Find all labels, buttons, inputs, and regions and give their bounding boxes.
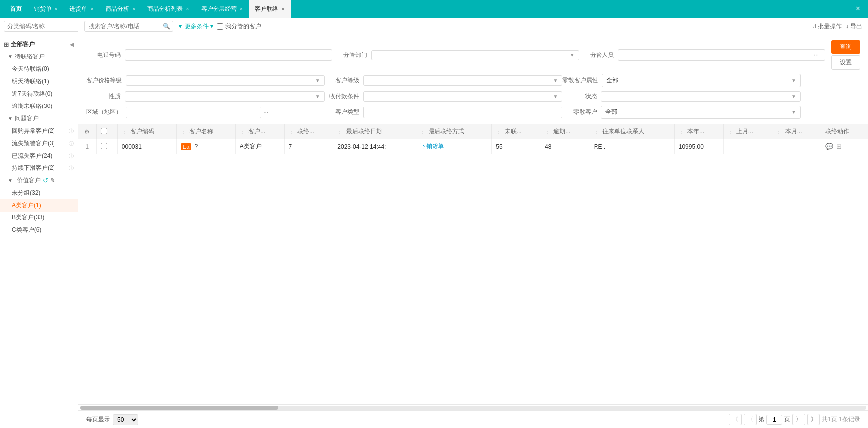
- arrow-icon-2: ▼: [8, 116, 13, 121]
- nav-goods-list-close[interactable]: ×: [186, 6, 189, 12]
- sidebar-item-tomorrow[interactable]: 明天待联络(1): [0, 75, 78, 88]
- sidebar-item-a-class[interactable]: A类客户(1): [0, 199, 78, 212]
- info-icon-2: ⓘ: [69, 140, 74, 147]
- dept-select[interactable]: ▼: [371, 50, 579, 60]
- sidebar-item-churned[interactable]: 已流失客户(24) ⓘ: [0, 150, 78, 162]
- query-button[interactable]: 查询: [831, 40, 860, 54]
- refresh-icon[interactable]: ↺: [43, 177, 48, 184]
- nav-customer-contact-close[interactable]: ×: [281, 6, 284, 12]
- row-checkbox[interactable]: [101, 143, 107, 149]
- collapse-icon[interactable]: ◀: [70, 42, 74, 47]
- nav-sales-close[interactable]: ×: [54, 6, 57, 12]
- customer-type-input[interactable]: [363, 107, 563, 118]
- scroll-thumb[interactable]: [80, 406, 278, 410]
- group-pending-contact[interactable]: ▼ 待联络客户: [0, 51, 78, 63]
- group-value-customers[interactable]: ▼ 价值客户 ↺ ✎: [0, 174, 78, 187]
- search-input[interactable]: [89, 23, 163, 30]
- last-page-button[interactable]: 》: [807, 414, 820, 425]
- cell-name: Ea ？: [176, 139, 235, 154]
- retail-prop-select[interactable]: 全部 ▼: [602, 74, 801, 87]
- sidebar-item-b-class[interactable]: B类客户(33): [0, 212, 78, 224]
- page-label: 第: [759, 415, 764, 424]
- sidebar-item-today[interactable]: 今天待联络(0): [0, 63, 78, 75]
- status-label: 状态: [562, 92, 597, 101]
- nav-purchase[interactable]: 进货单 ×: [63, 0, 99, 18]
- customer-grade-select[interactable]: ▼: [363, 75, 563, 86]
- nature-select[interactable]: ▼: [125, 91, 325, 102]
- my-customers-checkbox-label[interactable]: 我分管的客户: [217, 22, 261, 31]
- batch-op-button[interactable]: ☑ 批量操作: [811, 22, 842, 31]
- nav-goods-list[interactable]: 商品分析列表 ×: [141, 0, 195, 18]
- info-icon-3: ⓘ: [69, 153, 74, 160]
- cell-checkbox[interactable]: [96, 139, 117, 154]
- export-button[interactable]: ↓ 导出: [846, 22, 862, 31]
- nav-sales[interactable]: 销货单 ×: [28, 0, 63, 18]
- col-checkbox[interactable]: [96, 124, 117, 139]
- nature-label: 性质: [86, 92, 121, 101]
- horizontal-scrollbar[interactable]: [78, 404, 868, 410]
- drag-handle-9: ⋮: [594, 129, 599, 134]
- filter-cell-retail-customer: 零散客户 全部 ▼: [562, 106, 801, 119]
- retail-customer-select[interactable]: 全部 ▼: [601, 106, 801, 119]
- cell-action: 💬 ⊞: [821, 139, 868, 154]
- nav-goods-analysis-close[interactable]: ×: [132, 6, 135, 12]
- more-filters-button[interactable]: ▼ 更多条件 ▾: [177, 22, 213, 31]
- nav-goods-analysis[interactable]: 商品分析 ×: [100, 0, 141, 18]
- phone-input[interactable]: [125, 49, 332, 61]
- close-window-button[interactable]: ×: [852, 4, 864, 13]
- nav-home[interactable]: 首页: [4, 0, 28, 18]
- nav-purchase-close[interactable]: ×: [90, 6, 93, 12]
- status-select[interactable]: ▼: [601, 91, 801, 102]
- edit-icon[interactable]: ✎: [50, 177, 55, 184]
- filter-cell-payment: 收付款条件 ▼: [325, 91, 563, 102]
- cell-this-month: [772, 139, 821, 154]
- staff-dots[interactable]: ···: [812, 52, 821, 58]
- nav-customer-tier-close[interactable]: ×: [240, 6, 243, 12]
- nav-customer-contact[interactable]: 客户联络 ×: [249, 0, 290, 18]
- my-customers-checkbox[interactable]: [217, 23, 223, 30]
- sidebar-item-overdue[interactable]: 逾期未联络(30): [0, 100, 78, 112]
- gear-icon[interactable]: ⚙: [84, 128, 90, 135]
- prev-page-button[interactable]: 〈: [744, 414, 757, 425]
- name-cell-content: Ea ？: [181, 142, 231, 151]
- nav-customer-tier[interactable]: 客户分层经营 ×: [195, 0, 249, 18]
- sidebar-search-input[interactable]: [4, 21, 85, 32]
- sidebar-all-customers[interactable]: ⊞ 全部客户 ◀: [0, 38, 78, 51]
- nature-arrow: ▼: [315, 94, 320, 99]
- col-uncontact: ⋮ 未联...: [492, 124, 541, 139]
- sidebar-item-7days[interactable]: 近7天待联络(0): [0, 88, 78, 100]
- cell-last-date: 2023-04-12 14:44:: [333, 139, 416, 154]
- search-icon[interactable]: 🔍: [163, 23, 170, 30]
- price-grade-select[interactable]: ▼: [126, 75, 325, 86]
- sidebar-item-declining[interactable]: 持续下滑客户(2) ⓘ: [0, 162, 78, 174]
- payment-select[interactable]: ▼: [363, 91, 563, 102]
- sidebar-item-churn-warning[interactable]: 流失预警客户(3) ⓘ: [0, 137, 78, 150]
- page-number-input[interactable]: [766, 415, 782, 425]
- page-size-select[interactable]: 20 50 100: [113, 414, 138, 425]
- region-input[interactable]: [126, 107, 261, 118]
- customer-table: ⚙ ⋮ 客户编码 ⋮ 客户名称: [78, 124, 868, 154]
- filter-cell-status: 状态 ▼: [562, 91, 801, 102]
- qr-icon[interactable]: ⊞: [836, 143, 842, 150]
- staff-select[interactable]: ···: [618, 49, 825, 61]
- scroll-track[interactable]: [80, 406, 866, 410]
- select-all-checkbox[interactable]: [101, 128, 107, 134]
- payment-arrow: ▼: [553, 94, 558, 99]
- sidebar-item-ungrouped[interactable]: 未分组(32): [0, 187, 78, 199]
- sidebar-item-repurchase[interactable]: 回购异常客户(2) ⓘ: [0, 125, 78, 137]
- price-grade-arrow: ▼: [315, 78, 320, 83]
- message-icon[interactable]: 💬: [825, 143, 833, 150]
- last-method-link[interactable]: 下销货单: [420, 143, 444, 150]
- sidebar-body: ⊞ 全部客户 ◀ ▼ 待联络客户 今天待联络(0) 明天待联络(1) 近7天待联…: [0, 35, 78, 428]
- col-gear[interactable]: ⚙: [78, 124, 96, 139]
- all-customers-label: 全部客户: [11, 40, 35, 49]
- sidebar-item-c-class[interactable]: C类客户(6): [0, 224, 78, 236]
- next-page-button[interactable]: 〉: [792, 414, 805, 425]
- cell-last-month: [723, 139, 772, 154]
- settings-button[interactable]: 设置: [831, 55, 860, 70]
- first-page-button[interactable]: 《: [729, 414, 742, 425]
- region-dots[interactable]: ···: [261, 109, 270, 116]
- retail-prop-label: 零散客户属性: [562, 76, 598, 85]
- group-problem-customers[interactable]: ▼ 问题客户: [0, 112, 78, 125]
- of-page-label: 页: [784, 415, 790, 424]
